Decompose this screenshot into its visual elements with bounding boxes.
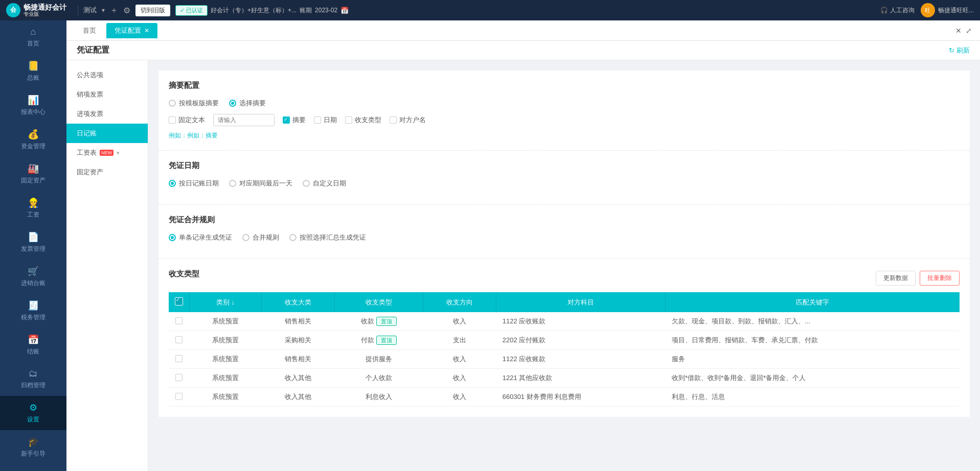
th-checkbox-cell[interactable] bbox=[169, 292, 190, 312]
sidebar-item-ledger[interactable]: 📒 总账 bbox=[0, 54, 66, 88]
sidebar-item-archive[interactable]: 🗂 归档管理 bbox=[0, 362, 66, 396]
row-main-type: 收入其他 bbox=[261, 388, 334, 407]
radio-last-day[interactable]: 对应期间最后一天 bbox=[229, 179, 292, 188]
tab-voucher-config[interactable]: 凭证配置 ✕ bbox=[106, 23, 157, 38]
radio-template-summary[interactable]: 按模板版摘要 bbox=[169, 99, 219, 108]
checkbox-date[interactable]: 日期 bbox=[314, 115, 337, 125]
payroll-icon: 👷 bbox=[28, 197, 39, 208]
th-main-type: 收支大类 bbox=[261, 292, 334, 312]
expand-icon[interactable]: ▾ bbox=[117, 150, 120, 156]
row-checkbox[interactable] bbox=[175, 355, 183, 362]
refresh-icon: ↻ bbox=[949, 46, 954, 54]
left-nav-payroll-table[interactable]: 工资表 NEW ▾ bbox=[66, 143, 148, 162]
app-tags-text: 好会计（专）+好生意（标）+... bbox=[211, 6, 297, 15]
checkbox-counterpart-name[interactable]: 对方户名 bbox=[390, 115, 426, 125]
guide-icon: 🎓 bbox=[28, 436, 39, 448]
switch-version-button[interactable]: 切到旧版 bbox=[135, 5, 170, 16]
window-expand-icon[interactable]: ⤢ bbox=[966, 27, 972, 35]
sidebar-item-tax-label: 税务管理 bbox=[21, 313, 45, 322]
checkbox-summary[interactable]: 摘要 bbox=[283, 115, 306, 125]
assets-icon: 🏭 bbox=[28, 163, 39, 174]
sidebar-item-close[interactable]: 📅 结账 bbox=[0, 328, 66, 362]
sidebar-item-funds[interactable]: 💰 资金管理 bbox=[0, 123, 66, 157]
checkbox-fixed-text-box bbox=[169, 116, 176, 124]
row-checkbox[interactable] bbox=[175, 317, 183, 324]
th-keywords: 匹配关键字 bbox=[666, 292, 960, 312]
left-nav-public[interactable]: 公共选项 bbox=[66, 65, 148, 85]
sidebar-item-vip[interactable]: 👑 畅会员 bbox=[0, 464, 66, 471]
radio-single-record-dot bbox=[169, 234, 176, 241]
content-area: 凭证配置 ↻ 刷新 公共选项 销项发票 进项发票 bbox=[66, 41, 980, 471]
row-category: 系统预置 bbox=[190, 388, 262, 407]
left-nav-fixed-assets[interactable]: 固定资产 bbox=[66, 162, 148, 182]
sidebar-item-invoice[interactable]: 📄 发票管理 bbox=[0, 225, 66, 260]
row-checkbox-cell[interactable] bbox=[169, 312, 190, 331]
row-checkbox[interactable] bbox=[175, 336, 183, 343]
sidebar-item-settings[interactable]: ⚙ 设置 bbox=[0, 396, 66, 430]
row-main-type: 采购相关 bbox=[261, 331, 334, 350]
refresh-button[interactable]: ↻ 刷新 bbox=[949, 46, 970, 55]
tab-home[interactable]: 首页 bbox=[75, 23, 104, 38]
row-checkbox-cell[interactable] bbox=[169, 388, 190, 407]
sidebar-item-settings-label: 设置 bbox=[27, 415, 39, 424]
radio-select-summary[interactable]: 选择摘要 bbox=[229, 99, 266, 108]
purchase-sales-icon: 🛒 bbox=[28, 266, 39, 277]
row-checkbox-cell[interactable] bbox=[169, 369, 190, 388]
table-row: 系统预置 收入其他 利息收入 收入 660301 财务费用 利息费用 利息、行息… bbox=[169, 388, 960, 407]
radio-diary-date[interactable]: 按日记账日期 bbox=[169, 179, 219, 188]
row-sub-type: 个人收款 bbox=[334, 369, 423, 388]
sidebar-item-purchase-sales-label: 进销台账 bbox=[21, 279, 45, 288]
th-sub-type: 收支类型 bbox=[334, 292, 423, 312]
left-nav-sales-invoice[interactable]: 销项发票 bbox=[66, 85, 148, 104]
sidebar-item-guide[interactable]: 🎓 新手引导 bbox=[0, 430, 66, 464]
content-header: 凭证配置 ↻ 刷新 bbox=[66, 41, 980, 60]
topbar-dropdown-arrow[interactable]: ▾ bbox=[102, 7, 105, 14]
left-nav-diary[interactable]: 日记账 bbox=[66, 124, 148, 143]
row-checkbox[interactable] bbox=[175, 374, 183, 381]
user-info[interactable]: 旺 畅捷通旺旺... bbox=[921, 3, 974, 17]
table-action-buttons: 更新数据 批量删除 bbox=[876, 271, 960, 286]
calendar-icon[interactable]: 📅 bbox=[340, 7, 349, 14]
headphone-icon: 🎧 bbox=[880, 7, 888, 14]
avatar: 旺 bbox=[921, 3, 935, 17]
radio-single-record[interactable]: 单条记录生成凭证 bbox=[169, 233, 232, 242]
income-expense-title: 收支类型 bbox=[169, 269, 199, 279]
top-badge: 置顶 bbox=[376, 317, 397, 326]
update-data-button[interactable]: 更新数据 bbox=[876, 271, 916, 286]
sidebar-item-home[interactable]: ⌂ 首页 bbox=[0, 20, 66, 54]
row-category: 系统预置 bbox=[190, 350, 262, 369]
topbar-settings-icon[interactable]: ⚙ bbox=[123, 6, 130, 15]
help-button[interactable]: 🎧 人工咨询 bbox=[880, 6, 915, 15]
radio-merge-rules[interactable]: 合并规则 bbox=[242, 233, 279, 242]
radio-select-summary-generate-dot bbox=[289, 234, 297, 241]
sidebar-item-reports-label: 报表中心 bbox=[21, 108, 45, 116]
row-sub-type: 付款 置顶 bbox=[334, 331, 423, 350]
sidebar-item-reports[interactable]: 📊 报表中心 bbox=[0, 88, 66, 123]
checkbox-date-box bbox=[314, 116, 321, 124]
radio-custom-date[interactable]: 自定义日期 bbox=[303, 179, 346, 188]
voucher-date-radio-group: 按日记账日期 对应期间最后一天 自定义日期 bbox=[169, 179, 960, 188]
summary-title: 摘要配置 bbox=[169, 81, 960, 90]
checkbox-fixed-text[interactable]: 固定文本 bbox=[169, 115, 205, 125]
select-all-checkbox[interactable] bbox=[175, 297, 183, 305]
left-nav-purchase-invoice[interactable]: 进项发票 bbox=[66, 104, 148, 124]
checkbox-income-type[interactable]: 收支类型 bbox=[345, 115, 381, 125]
fixed-text-input[interactable] bbox=[213, 114, 275, 126]
row-checkbox-cell[interactable] bbox=[169, 350, 190, 369]
radio-select-summary-generate[interactable]: 按照选择汇总生成凭证 bbox=[289, 233, 366, 242]
row-checkbox-cell[interactable] bbox=[169, 331, 190, 350]
home-icon: ⌂ bbox=[31, 27, 36, 37]
tab-close-icon[interactable]: ✕ bbox=[144, 27, 149, 34]
batch-delete-button[interactable]: 批量删除 bbox=[920, 271, 960, 286]
sidebar-item-payroll[interactable]: 👷 工资 bbox=[0, 191, 66, 225]
invoice-icon: 📄 bbox=[28, 231, 39, 243]
th-account: 对方科目 bbox=[496, 292, 666, 312]
topbar-add-icon[interactable]: ＋ bbox=[110, 5, 118, 16]
window-close-icon[interactable]: ✕ bbox=[955, 27, 962, 35]
merge-rules-title: 凭证合并规则 bbox=[169, 215, 960, 225]
sidebar-item-tax[interactable]: 🧾 税务管理 bbox=[0, 294, 66, 328]
row-checkbox[interactable] bbox=[175, 393, 183, 400]
sidebar-item-assets[interactable]: 🏭 固定资产 bbox=[0, 157, 66, 191]
sidebar-item-purchase-sales[interactable]: 🛒 进销台账 bbox=[0, 260, 66, 294]
main-area: 首页 凭证配置 ✕ ✕ ⤢ 凭证配置 ↻ 刷新 bbox=[66, 20, 980, 471]
